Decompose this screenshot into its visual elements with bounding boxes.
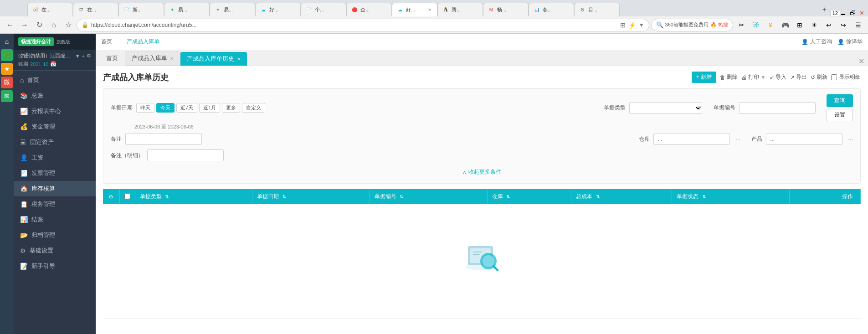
- company-dropdown-icon[interactable]: ▼: [75, 53, 80, 59]
- tab-inventory-list[interactable]: 产成品入库单 ✕: [125, 51, 180, 66]
- menu-icon[interactable]: ☰: [852, 19, 864, 31]
- settings-col-header[interactable]: ⚙: [103, 189, 119, 204]
- tab-home[interactable]: 首页: [99, 51, 125, 66]
- show-columns-checkbox[interactable]: [831, 74, 837, 80]
- new-button[interactable]: + 新增: [692, 72, 716, 83]
- bookmark-button[interactable]: ☆: [62, 19, 75, 31]
- grid-icon[interactable]: ⊞: [620, 21, 626, 29]
- tab-12[interactable]: 📊 各...: [529, 3, 574, 16]
- note-filter-input[interactable]: [125, 133, 202, 145]
- tab-inventory-list-close[interactable]: ✕: [170, 56, 174, 61]
- new-tab-button[interactable]: +: [818, 3, 830, 16]
- warehouse-more-icon[interactable]: ···: [735, 136, 740, 143]
- number-col-header[interactable]: 单据编号 ⇅: [370, 189, 488, 204]
- sidebar-item-new-account[interactable]: 📝 新手引导: [14, 258, 96, 274]
- currency-icon[interactable]: ¥: [764, 19, 777, 31]
- collapse-button[interactable]: ∧ 收起更多条件: [111, 166, 853, 178]
- export-button[interactable]: ↗ 导出: [790, 73, 807, 81]
- product-filter-input[interactable]: [766, 133, 842, 145]
- breadcrumb-list[interactable]: 产成品入库单: [127, 38, 159, 46]
- url-dropdown-icon[interactable]: ▼: [639, 22, 644, 28]
- tab-inventory-history[interactable]: 产成品入库单历史 ✕: [180, 52, 247, 66]
- lightning-icon[interactable]: ⚡: [628, 21, 636, 29]
- quick-home-icon[interactable]: ⌂: [1, 36, 13, 47]
- sidebar-item-report[interactable]: 📈 云报表中心: [14, 103, 96, 119]
- sidebar-item-fund[interactable]: 💰 资金管理: [14, 119, 96, 134]
- grid-view-icon[interactable]: ⊞: [793, 19, 806, 31]
- date-custom-btn[interactable]: 自定义: [242, 103, 265, 113]
- date-today-btn[interactable]: 今天: [156, 103, 175, 113]
- sidebar-item-inventory[interactable]: 🏠 库存核算: [14, 181, 96, 196]
- tab-3[interactable]: 📄 新...: [118, 3, 164, 16]
- minimize-icon[interactable]: 🗕: [840, 10, 846, 16]
- tab-9-close[interactable]: ✕: [427, 6, 432, 13]
- checkbox-col-header[interactable]: [119, 189, 135, 204]
- url-bar[interactable]: 🔒 https://cloud.chanjet.com/accounting/u…: [77, 19, 649, 31]
- home-button[interactable]: ⌂: [47, 19, 60, 31]
- tab-2[interactable]: 🛡 在...: [73, 3, 118, 16]
- tab-11[interactable]: M 畅...: [483, 3, 529, 16]
- tab-9-active[interactable]: ☁ 好... ✕: [392, 3, 437, 16]
- close-icon[interactable]: ✕: [859, 10, 864, 16]
- number-filter-input[interactable]: [739, 102, 816, 114]
- user-button[interactable]: 👤 徐泽华: [837, 38, 863, 46]
- company-selector[interactable]: (勿删勿禁用）江西服宝测试专用 ▼ + ⚙: [18, 52, 91, 59]
- set-button[interactable]: 设置: [827, 109, 853, 121]
- restore-icon[interactable]: 🗗: [850, 10, 856, 16]
- sidebar-item-home[interactable]: ⌂ 首页: [14, 72, 96, 88]
- breadcrumb-home[interactable]: 首页: [101, 38, 112, 46]
- select-all-checkbox[interactable]: [124, 193, 130, 199]
- quick-star-icon[interactable]: ★: [1, 63, 13, 75]
- consult-button[interactable]: 👤 人工咨询: [801, 38, 832, 46]
- query-button[interactable]: 查询: [827, 94, 853, 107]
- tab-6[interactable]: ☁ 好...: [255, 3, 301, 16]
- type-filter-select[interactable]: [629, 102, 702, 114]
- status-col-header[interactable]: 单据状态 ⇅: [672, 189, 790, 204]
- tab-1[interactable]: 🧭 在...: [27, 3, 73, 16]
- sidebar-item-salary[interactable]: 👤 工资: [14, 150, 96, 165]
- forward2-icon[interactable]: ↪: [837, 19, 850, 31]
- settings-gear-icon[interactable]: ⚙: [87, 53, 91, 59]
- back-button[interactable]: ←: [4, 19, 16, 31]
- sidebar-item-settlement[interactable]: 📊 结账: [14, 212, 96, 227]
- warehouse-filter-input[interactable]: [653, 133, 730, 145]
- sidebar-item-settings[interactable]: ⚙ 基础设置: [14, 243, 96, 258]
- back2-icon[interactable]: ↩: [822, 19, 835, 31]
- reload-button[interactable]: ↻: [33, 19, 46, 31]
- detail-note-filter-input[interactable]: [147, 149, 224, 161]
- date-yesterday-btn[interactable]: 昨天: [136, 103, 154, 113]
- calendar-icon[interactable]: 📅: [50, 61, 56, 67]
- sidebar-item-invoice[interactable]: 🧾 发票管理: [14, 165, 96, 181]
- date-col-header[interactable]: 单据日期 ⇅: [252, 189, 370, 204]
- theme-icon[interactable]: ☀: [808, 19, 821, 31]
- period-value[interactable]: 2021-10: [30, 62, 48, 67]
- game-icon[interactable]: 🎮: [779, 19, 791, 31]
- forward-button[interactable]: →: [18, 19, 31, 31]
- translate-icon[interactable]: 译: [750, 19, 762, 31]
- product-more-icon[interactable]: ···: [848, 136, 853, 143]
- refresh-button[interactable]: ↺ 刷新: [811, 73, 827, 81]
- print-button[interactable]: 🖨 打印 ▼: [741, 73, 766, 81]
- hot-search-badge[interactable]: 🔥 热搜: [710, 21, 728, 28]
- date-1month-btn[interactable]: 近1月: [199, 103, 220, 113]
- tab-13[interactable]: S 目...: [574, 3, 620, 16]
- tab-inventory-history-close[interactable]: ✕: [237, 57, 241, 62]
- sidebar-item-tax[interactable]: 📋 税务管理: [14, 196, 96, 212]
- tab-10[interactable]: 🐧 腾...: [437, 3, 483, 16]
- panel-close-button[interactable]: ✕: [858, 57, 864, 66]
- tab-8[interactable]: 🔴 企...: [346, 3, 392, 16]
- tab-7[interactable]: 📄 个...: [301, 3, 346, 16]
- add-icon[interactable]: +: [82, 53, 85, 59]
- quick-main-icon[interactable]: 🌿: [1, 49, 13, 61]
- print-dropdown-icon[interactable]: ▼: [760, 74, 766, 81]
- delete-button[interactable]: 🗑 删除: [720, 73, 738, 81]
- type-col-header[interactable]: 单据类型 ⇅: [135, 189, 252, 204]
- date-more-btn[interactable]: 更多: [222, 103, 240, 113]
- sidebar-item-general-ledger[interactable]: 📚 总账: [14, 88, 96, 103]
- sidebar-item-archive[interactable]: 📂 归档管理: [14, 227, 96, 243]
- quick-mail-icon[interactable]: ✉: [1, 90, 13, 102]
- import-button[interactable]: ↙ 导入: [770, 73, 786, 81]
- search-box[interactable]: 🔍 360智能抠图免费用 🔥 热搜: [651, 19, 733, 31]
- total-cost-col-header[interactable]: 总成本 ⇅: [571, 189, 672, 204]
- tab-5[interactable]: ✦ 易...: [210, 3, 255, 16]
